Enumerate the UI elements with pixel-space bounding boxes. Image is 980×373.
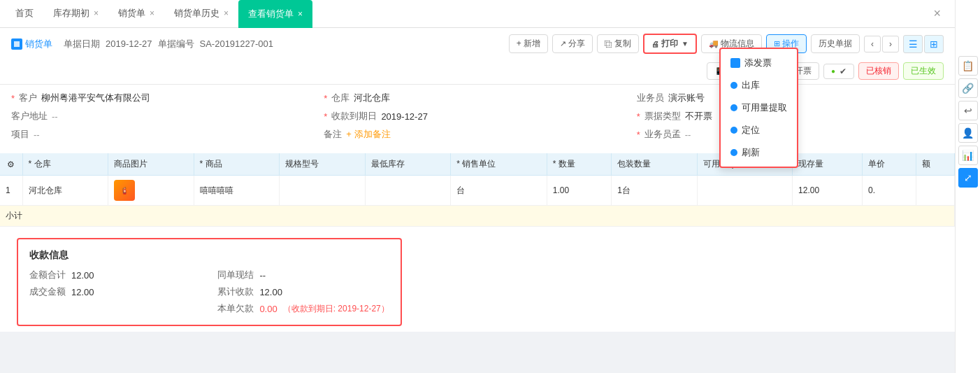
customer-value: 柳州粤港平安气体有限公司 (41, 92, 150, 104)
sidebar-return-icon[interactable]: ↩ (958, 101, 978, 120)
available-qty-item[interactable]: 可用量提取 (721, 97, 797, 119)
locate-item[interactable]: 定位 (721, 119, 797, 141)
operation-dropdown: 添发票 出库 可用量提取 定位 刷新 (719, 48, 798, 168)
warehouse-value: 河北仓库 (354, 92, 390, 104)
sidebar-doc-icon[interactable]: 📋 (958, 56, 978, 76)
doc-type-label: 销货单 (25, 38, 52, 50)
print-button[interactable]: 🖨 打印 ▼ (643, 34, 697, 54)
svg-rect-0 (14, 41, 20, 47)
subtotal-label: 小计 (0, 206, 955, 227)
view-icons: ☰ ⊞ (903, 35, 944, 53)
staff-value: 演示账号 (668, 92, 705, 104)
row-num: 1 (0, 176, 22, 206)
doc-date-label: 单据日期 (64, 38, 100, 50)
project-field: 项目 -- (11, 128, 318, 141)
row-amount (916, 176, 955, 206)
note-label: 备注 (324, 128, 342, 141)
effective-badge-label: 已生效 (911, 66, 936, 76)
tab-sales-label: 销货单 (118, 7, 145, 20)
tab-sales-history-close[interactable]: × (224, 8, 229, 18)
refresh-icon (730, 149, 737, 156)
col-pkg-qty: 包装数量 (612, 153, 698, 176)
same-order-label: 同单现结 (217, 269, 254, 281)
prev-button[interactable]: ‹ (864, 36, 881, 52)
outbound-label: 出库 (742, 79, 760, 92)
col-spec: 规格型号 (280, 153, 366, 176)
staff-label: 业务员 (637, 92, 664, 104)
row-product-img: 🧯 (108, 176, 194, 206)
note-field: 备注 + 添加备注 (324, 128, 630, 141)
col-product: * 商品 (194, 153, 280, 176)
tab-view-sales[interactable]: 查看销货单 × (238, 0, 312, 28)
outstanding-value: 0.00 (259, 304, 277, 314)
tab-sales-history[interactable]: 销货单历史 × (164, 0, 238, 28)
payment-outstanding-row: 本单欠款 0.00 （收款到期日: 2019-12-27） (217, 302, 389, 315)
tab-inventory-close[interactable]: × (94, 8, 99, 18)
sidebar-user-icon[interactable]: 👤 (958, 123, 978, 143)
cumulative-value: 12.00 (259, 287, 282, 297)
due-date-required-mark: * (324, 111, 327, 122)
tab-inventory[interactable]: 库存期初 × (43, 0, 108, 28)
salesperson-value: -- (685, 129, 691, 140)
form-row-3: 项目 -- 备注 + 添加备注 * 业务员孟 -- (11, 128, 944, 141)
row-pkg-qty: 1台 (612, 176, 698, 206)
view-list-button[interactable]: ☰ (903, 35, 923, 53)
tab-view-sales-close[interactable]: × (298, 9, 303, 19)
payment-total-row: 金额合计 12.00 (29, 269, 201, 281)
doc-number-value: SA-20191227-001 (200, 38, 274, 49)
total-amount-value: 12.00 (71, 270, 94, 281)
sidebar-link-icon[interactable]: 🔗 (958, 78, 978, 98)
add-note-button[interactable]: + 添加备注 (346, 128, 390, 141)
refresh-item[interactable]: 刷新 (721, 141, 797, 164)
view-grid-button[interactable]: ⊞ (924, 35, 944, 53)
copy-button[interactable]: ⿻ 复制 (597, 34, 639, 53)
due-date-value: 2019-12-27 (381, 111, 428, 122)
row-stock: 12.00 (793, 176, 863, 206)
doc-number-label: 单据编号 (158, 38, 194, 50)
add-invoice-item[interactable]: 添发票 (721, 52, 797, 74)
sidebar-chart-icon[interactable]: 📊 (958, 146, 978, 165)
document-header: 销货单 单据日期 2019-12-27 单据编号 SA-20191227-001… (0, 28, 955, 85)
col-min-stock: 最低库存 (365, 153, 451, 176)
col-settings[interactable]: ⚙ (0, 153, 22, 176)
cumulative-label: 累计收款 (217, 286, 254, 298)
next-button[interactable]: › (882, 36, 899, 52)
doc-title-row: 销货单 单据日期 2019-12-27 单据编号 SA-20191227-001… (11, 34, 944, 58)
col-amount: 额 (916, 153, 955, 176)
col-unit-price: 单价 (863, 153, 916, 176)
sidebar-expand-icon[interactable]: ⤢ (958, 168, 978, 188)
right-sidebar: 📋 🔗 ↩ 👤 📊 ⤢ (955, 0, 980, 332)
tab-inventory-label: 库存期初 (53, 7, 89, 20)
history-button[interactable]: 历史单据 (811, 34, 860, 53)
due-date-field: * 收款到期日 2019-12-27 (324, 110, 630, 122)
available-qty-label: 可用量提取 (742, 101, 787, 114)
tab-home[interactable]: 首页 (6, 0, 43, 28)
form-row-2: 客户地址 -- * 收款到期日 2019-12-27 * 票据类型 不开票 (11, 110, 944, 122)
project-value: -- (34, 129, 40, 140)
row-warehouse: 河北仓库 (22, 176, 108, 206)
doc-meta: 单据日期 2019-12-27 单据编号 SA-20191227-001 (64, 38, 273, 50)
ticket-value: 不开票 (685, 110, 712, 122)
product-image: 🧯 (114, 180, 135, 201)
tab-home-label: 首页 (15, 7, 34, 20)
address-label: 客户地址 (11, 110, 48, 122)
form-row-1: * 客户 柳州粤港平安气体有限公司 * 仓库 河北仓库 业务员 演示账号 (11, 92, 944, 104)
new-button[interactable]: + 新增 (509, 34, 548, 53)
due-date-note: （收款到期日: 2019-12-27） (283, 303, 389, 315)
form-section: * 客户 柳州粤港平安气体有限公司 * 仓库 河北仓库 业务员 演示账号 客户地… (0, 85, 955, 153)
transaction-value: 12.00 (71, 287, 94, 297)
tab-sales-close[interactable]: × (150, 8, 154, 18)
sub-action-row: 📱 来自手机 未开票 ✔ 已核销 已生效 (11, 58, 944, 84)
window-close-button[interactable]: × (925, 6, 949, 21)
row-available (697, 176, 792, 206)
check-btn[interactable]: ✔ (823, 64, 854, 79)
total-amount-label: 金额合计 (29, 269, 66, 281)
row-product-name: 嘻嘻嘻嘻 (194, 176, 280, 206)
share-button[interactable]: ↗ 分享 (552, 34, 593, 53)
outbound-item[interactable]: 出库 (721, 74, 797, 97)
tab-sales[interactable]: 销货单 × (108, 0, 164, 28)
table-row: 1 河北仓库 🧯 嘻嘻嘻嘻 台 1.00 1台 12.00 0. (0, 176, 955, 206)
due-date-label: 收款到期日 (331, 110, 377, 122)
add-invoice-label: 添发票 (744, 57, 772, 69)
product-table-wrapper: ⚙ * 仓库 商品图片 * 商品 规格型号 最低库存 * 销售单位 * 数量 包… (0, 153, 955, 227)
